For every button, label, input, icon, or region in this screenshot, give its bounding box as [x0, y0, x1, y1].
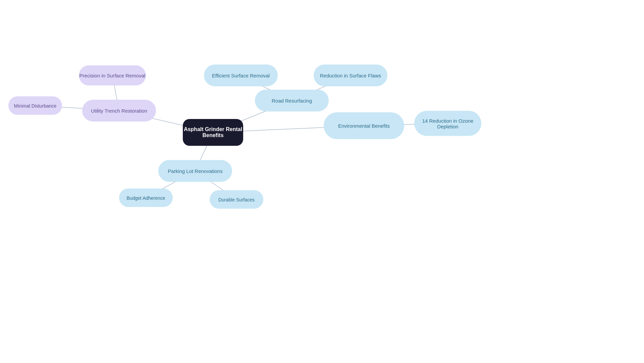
center-node[interactable]: Asphalt Grinder Rental Benefits — [183, 119, 243, 146]
efficient-surface-node[interactable]: Efficient Surface Removal — [204, 65, 278, 86]
precision-node[interactable]: Precision in Surface Removal — [79, 65, 146, 85]
reduction-surface-node[interactable]: Reduction in Surface Flaws — [314, 65, 387, 86]
minimal-disturbance-node[interactable]: Minimal Disturbance — [8, 97, 62, 115]
durable-node[interactable]: Durable Surfaces — [210, 190, 263, 209]
parking-lot-node[interactable]: Parking Lot Renovations — [158, 160, 232, 182]
road-resurfacing-node[interactable]: Road Resurfacing — [255, 90, 329, 112]
budget-node[interactable]: Budget Adherence — [119, 189, 173, 207]
ozone-node[interactable]: 14 Reduction in Ozone Depletion — [414, 111, 481, 136]
environmental-node[interactable]: Environmental Benefits — [324, 112, 404, 139]
utility-trench-node[interactable]: Utility Trench Restoration — [82, 100, 156, 122]
